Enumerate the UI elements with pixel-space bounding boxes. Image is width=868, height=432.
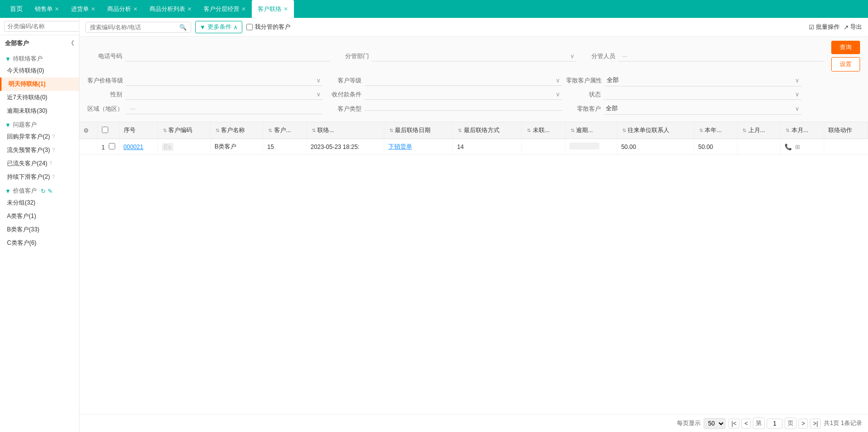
- next-page-btn[interactable]: >: [798, 419, 808, 429]
- col-header-no: 序号: [119, 122, 157, 139]
- gear-icon[interactable]: ⚙: [83, 127, 89, 134]
- sidebar-item-b-type[interactable]: B类客户(33): [0, 223, 79, 236]
- page-number-input[interactable]: [767, 419, 783, 429]
- help-icon[interactable]: ?: [52, 134, 55, 140]
- region-select[interactable]: ···: [126, 104, 323, 114]
- reset-button[interactable]: 设置: [831, 57, 860, 72]
- retail-attr-field: 零散客户属性 全部 ∨: [566, 74, 801, 86]
- sort-icon[interactable]: ⇅: [699, 128, 703, 133]
- sidebar-item-c-type[interactable]: C类客户(6): [0, 236, 79, 250]
- pagination-nav: |< < 第 页 > >|: [728, 418, 821, 429]
- close-icon[interactable]: ✕: [91, 6, 95, 12]
- last-page-btn[interactable]: >|: [810, 419, 821, 429]
- customer-code-link[interactable]: 000021: [124, 144, 144, 150]
- nav-item-analysis[interactable]: 商品分析 ✕: [101, 0, 144, 18]
- sort-icon[interactable]: ⇅: [268, 128, 272, 133]
- sort-icon[interactable]: ⇅: [163, 128, 167, 133]
- row-last-month: 50.00: [694, 139, 737, 155]
- filter-right-actions: ☑ 批量操作 ↗ 导出: [809, 23, 862, 31]
- qr-icon[interactable]: ⊞: [795, 144, 800, 150]
- sidebar-item-7days[interactable]: 近7天待联络(0): [0, 91, 79, 104]
- sort-icon[interactable]: ⇅: [458, 128, 462, 133]
- query-button[interactable]: 查询: [831, 41, 860, 54]
- per-page-select[interactable]: 50: [704, 418, 725, 429]
- nav-home[interactable]: 首页: [4, 0, 29, 18]
- collapse-icon[interactable]: 《: [68, 39, 74, 48]
- edit-icon[interactable]: ✎: [48, 188, 53, 195]
- sidebar-all-customers[interactable]: 全部客户 《: [0, 35, 79, 52]
- phone-icon[interactable]: 📞: [785, 144, 792, 150]
- export-btn[interactable]: ↗ 导出: [844, 23, 862, 31]
- phone-field: 电话号码: [87, 51, 330, 62]
- gender-select[interactable]: ∨: [125, 89, 323, 100]
- dept-select[interactable]: ∨: [372, 51, 577, 62]
- close-icon[interactable]: ✕: [241, 6, 246, 12]
- sort-icon[interactable]: ⇅: [389, 128, 393, 133]
- customer-level-select[interactable]: ∨: [364, 75, 562, 86]
- sidebar-item-repurchase-abnormal[interactable]: 回购异常客户(2) ?: [0, 130, 79, 144]
- first-page-btn[interactable]: |<: [728, 419, 739, 429]
- phone-input[interactable]: [125, 51, 330, 62]
- sidebar-group-value: ▼ 价值客户 ↻ ✎: [0, 184, 79, 196]
- row-name: Ea: [157, 139, 210, 155]
- status-select[interactable]: ∨: [604, 89, 801, 100]
- toggle-icon[interactable]: ▼: [5, 56, 11, 63]
- refresh-icon[interactable]: ↻: [41, 188, 46, 195]
- close-icon[interactable]: ✕: [55, 6, 59, 12]
- more-btn[interactable]: ···: [622, 53, 627, 60]
- sort-icon[interactable]: ⇅: [216, 128, 219, 133]
- sidebar-search-input[interactable]: [4, 21, 79, 32]
- batch-operation-btn[interactable]: ☑ 批量操作: [809, 23, 840, 31]
- col-header-last-date: ⇅ 最后联络日期: [384, 122, 453, 139]
- sort-icon[interactable]: ⇅: [622, 128, 626, 133]
- search-icon[interactable]: 🔍: [179, 24, 187, 31]
- manager-select[interactable]: ···: [618, 51, 823, 62]
- more-conditions-btn[interactable]: ▼ 更多条件 ∧: [195, 21, 242, 33]
- top-nav: 首页 销售单 ✕ 进货单 ✕ 商品分析 ✕ 商品分析列表 ✕ 客户分层经营 ✕ …: [0, 0, 868, 18]
- my-customers-check[interactable]: [246, 24, 253, 30]
- my-customers-checkbox[interactable]: 我分管的客户: [246, 23, 290, 31]
- sidebar-item-a-type[interactable]: A类客户(1): [0, 210, 79, 223]
- select-all-checkbox[interactable]: [102, 127, 108, 133]
- sidebar-item-tomorrow[interactable]: 明天待联络(1): [0, 77, 79, 91]
- nav-item-analysis-list[interactable]: 商品分析列表 ✕: [144, 0, 198, 18]
- retail-attr-select[interactable]: 全部 ∨: [605, 74, 801, 86]
- chevron-down-icon: ∨: [795, 105, 799, 112]
- sidebar-item-churn-warning[interactable]: 流失预警客户(3) ?: [0, 144, 79, 157]
- last-method-link[interactable]: 下销货单: [388, 143, 412, 150]
- help-icon[interactable]: ?: [52, 174, 55, 180]
- col-header-last-method: ⇅ 最后联络方式: [453, 122, 522, 139]
- nav-item-customer-contact[interactable]: 客户联络 ✕: [252, 0, 294, 18]
- toggle-icon[interactable]: ▼: [5, 122, 11, 129]
- sort-icon[interactable]: ⇅: [786, 128, 790, 133]
- sidebar-item-declining[interactable]: 持续下滑客户(2) ?: [0, 170, 79, 184]
- toggle-icon[interactable]: ▼: [5, 188, 11, 195]
- sort-icon[interactable]: ⇅: [312, 128, 316, 133]
- nav-item-sales[interactable]: 销售单 ✕: [29, 0, 65, 18]
- sidebar-item-ungrouped[interactable]: 未分组(32): [0, 196, 79, 210]
- row-select-checkbox[interactable]: [109, 143, 115, 149]
- more-btn[interactable]: ···: [130, 105, 135, 112]
- row-checkbox: 1: [97, 139, 119, 155]
- value-level-select[interactable]: ∨: [126, 75, 323, 86]
- payment-select[interactable]: ∨: [364, 89, 562, 100]
- sort-icon[interactable]: ⇅: [742, 128, 746, 133]
- prev-page-btn[interactable]: <: [741, 419, 751, 429]
- sort-icon[interactable]: ⇅: [527, 128, 531, 133]
- close-icon[interactable]: ✕: [187, 6, 192, 12]
- close-icon[interactable]: ✕: [284, 6, 288, 12]
- help-icon[interactable]: ?: [52, 147, 55, 153]
- sidebar-item-today[interactable]: 今天待联络(0): [0, 64, 79, 77]
- nav-item-purchase[interactable]: 进货单 ✕: [65, 0, 101, 18]
- filter-row-4: 区域（地区） ··· 客户类型 零散客户 全部 ∨: [87, 103, 860, 115]
- customer-type-select[interactable]: [364, 107, 562, 111]
- nav-item-customer-tier[interactable]: 客户分层经营 ✕: [198, 0, 252, 18]
- filter-search-input[interactable]: [90, 24, 179, 31]
- sort-icon[interactable]: ⇅: [571, 128, 575, 133]
- help-icon[interactable]: ?: [49, 161, 52, 166]
- sidebar-item-overdue[interactable]: 逾期未联络(30): [0, 104, 79, 118]
- close-icon[interactable]: ✕: [133, 6, 138, 12]
- filter-search-box: 🔍: [85, 22, 191, 33]
- retail-customer-select[interactable]: 全部 ∨: [604, 103, 801, 115]
- sidebar-item-churned[interactable]: 已流失客户(24) ?: [0, 157, 79, 170]
